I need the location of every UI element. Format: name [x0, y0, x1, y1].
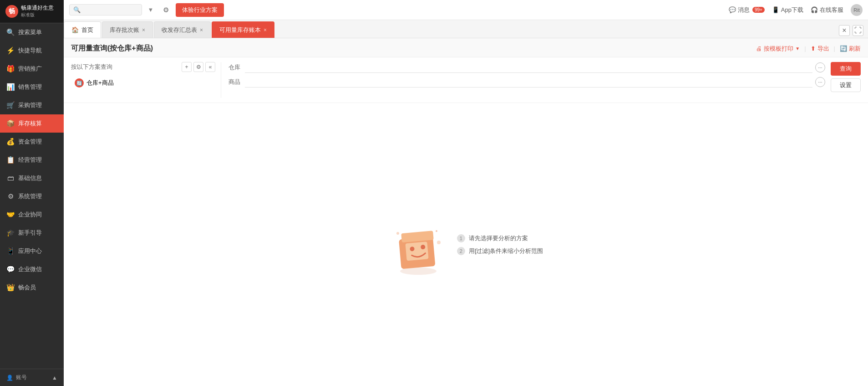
basic-icon: 🗃	[6, 174, 15, 182]
tab-receipt-summary[interactable]: 收发存汇总表 ×	[154, 21, 211, 38]
warehouse-more-btn[interactable]: ···	[815, 62, 825, 72]
goods-input[interactable]	[245, 77, 812, 87]
logo-icon: 畅	[5, 5, 18, 18]
phone-icon: 📱	[772, 6, 779, 13]
filter-scheme-actions: + ⚙ «	[182, 62, 215, 72]
sidebar-item-finance[interactable]: 💰 资金管理	[0, 133, 64, 151]
query-btn[interactable]: 查询	[831, 62, 861, 76]
header-actions: 🖨 按模板打印 ▼ | ⬆ 导出 | 🔄 刷新	[756, 45, 861, 53]
search-input[interactable]	[82, 7, 132, 13]
sidebar-item-label: 经营管理	[18, 156, 42, 164]
gear-btn[interactable]: ⚙	[159, 4, 172, 16]
user-menu[interactable]: Rit	[851, 4, 863, 16]
sidebar-item-search[interactable]: 🔍 搜索菜单	[0, 23, 64, 41]
sales-icon: 📊	[6, 83, 15, 91]
content-area: 可用量查询(按仓库+商品) 🖨 按模板打印 ▼ | ⬆ 导出 | 🔄 刷新	[64, 38, 868, 386]
add-scheme-btn[interactable]: +	[182, 62, 192, 72]
svg-point-6	[396, 232, 399, 235]
warehouse-label: 仓库	[228, 63, 242, 72]
service-btn[interactable]: 🎧 在线客服	[811, 6, 843, 14]
sidebar-item-marketing[interactable]: 🎁 营销推广	[0, 60, 64, 78]
empty-hints: 1 请先选择要分析的方案 2 用[过滤]条件来缩小分析范围	[457, 234, 543, 255]
app-download-btn[interactable]: 📱 App下载	[772, 6, 803, 14]
tab-close-receipt[interactable]: ×	[200, 27, 203, 33]
print-label: 按模板打印	[764, 45, 793, 53]
close-all-btn[interactable]: ×	[839, 25, 850, 36]
company-icon: 🤝	[6, 211, 15, 219]
refresh-btn[interactable]: 🔄 刷新	[840, 45, 861, 53]
sidebar-item-label: 销售管理	[18, 83, 42, 91]
topbar: 🔍 ▼ ⚙ 体验行业方案 💬 消息 99+ 📱 App下载 🎧 在线客服 R	[64, 0, 868, 20]
filter-field-warehouse: 仓库 ···	[228, 62, 825, 73]
topbar-right: 💬 消息 99+ 📱 App下载 🎧 在线客服 Rit	[729, 4, 863, 16]
collapse-scheme-btn[interactable]: «	[205, 62, 215, 72]
sidebar-item-operation[interactable]: 📋 经营管理	[0, 151, 64, 169]
expand-btn[interactable]: ⛶	[853, 25, 863, 36]
tab-batch-account[interactable]: 库存批次账 ×	[102, 21, 153, 38]
message-btn[interactable]: 💬 消息 99+	[729, 6, 765, 14]
sidebar-item-shortcut[interactable]: ⚡ 快捷导航	[0, 41, 64, 60]
sidebar-item-company[interactable]: 🤝 企业协同	[0, 206, 64, 224]
empty-svg	[389, 217, 448, 277]
sidebar-item-sales[interactable]: 📊 销售管理	[0, 78, 64, 96]
finance-icon: 💰	[6, 138, 15, 146]
sidebar-item-label: 搜索菜单	[18, 28, 42, 36]
empty-illustration	[389, 217, 443, 272]
tab-batch-label: 库存批次账	[110, 26, 139, 34]
scheme-icon: 🔄	[75, 78, 84, 87]
sidebar-item-wechat[interactable]: 💬 企业微信	[0, 260, 64, 278]
sidebar-item-label: 企业协同	[18, 211, 42, 219]
sidebar-item-system[interactable]: ⚙ 系统管理	[0, 187, 64, 206]
sidebar-item-label: 库存核算	[18, 119, 42, 128]
sidebar-item-appcenter[interactable]: 📱 应用中心	[0, 242, 64, 260]
tab-home[interactable]: 🏠 首页	[64, 21, 101, 38]
settings-btn[interactable]: 设置	[831, 78, 861, 92]
filter-area: 按以下方案查询 + ⚙ « 🔄 仓库+商品 仓库	[64, 57, 868, 103]
hint1-text: 请先选择要分析的方案	[469, 234, 528, 242]
wechat-icon: 💬	[6, 265, 15, 273]
newguide-icon: 🎓	[6, 229, 15, 237]
goods-more-btn[interactable]: ···	[815, 77, 825, 87]
appcenter-icon: 📱	[6, 247, 15, 255]
scheme-label: 仓库+商品	[86, 79, 114, 87]
hint2-text: 用[过滤]条件来缩小分析范围	[469, 247, 543, 255]
sidebar-item-member[interactable]: 👑 畅会员	[0, 278, 64, 297]
trial-btn[interactable]: 体验行业方案	[176, 3, 224, 17]
hint1-num: 1	[457, 234, 465, 242]
sidebar: 畅 畅康通好生意 标准版 🔍 搜索菜单 ⚡ 快捷导航 🎁 营销推广 📊 销售管理…	[0, 0, 64, 386]
svg-point-7	[437, 241, 441, 244]
sidebar-item-purchase[interactable]: 🛒 采购管理	[0, 96, 64, 114]
refresh-icon: 🔄	[840, 45, 847, 52]
headset-icon: 🎧	[811, 6, 818, 13]
export-btn[interactable]: ⬆ 导出	[811, 45, 829, 53]
tab-close-available[interactable]: ×	[264, 27, 267, 33]
print-dropdown-icon: ▼	[795, 46, 800, 51]
sidebar-bottom[interactable]: 👤 账号 ▲	[0, 369, 64, 386]
tab-close-batch[interactable]: ×	[142, 27, 145, 33]
filter-scheme-panel: 按以下方案查询 + ⚙ « 🔄 仓库+商品	[71, 62, 221, 98]
sidebar-item-label: 资金管理	[18, 138, 42, 146]
svg-rect-3	[405, 242, 428, 261]
sidebar-item-newguide[interactable]: 🎓 新手引导	[0, 224, 64, 242]
avatar-text: Rit	[853, 7, 859, 13]
sidebar-item-basic[interactable]: 🗃 基础信息	[0, 169, 64, 187]
sidebar-item-inventory[interactable]: 📦 库存核算	[0, 114, 64, 133]
topbar-search-box[interactable]: 🔍	[69, 4, 142, 15]
filter-row-goods: 商品 ···	[228, 77, 825, 87]
purchase-icon: 🛒	[6, 101, 15, 109]
scheme-warehouse-goods[interactable]: 🔄 仓库+商品	[71, 76, 215, 90]
dropdown-btn[interactable]: ▼	[146, 5, 156, 15]
empty-hint-1: 1 请先选择要分析的方案	[457, 234, 543, 242]
service-label: 在线客服	[820, 6, 843, 14]
sidebar-item-label: 应用中心	[18, 247, 42, 255]
hint2-num: 2	[457, 247, 465, 255]
filter-scheme-label: 按以下方案查询	[71, 63, 112, 71]
print-btn[interactable]: 🖨 按模板打印 ▼	[756, 45, 800, 53]
logo-name: 畅康通好生意	[21, 5, 54, 12]
manage-scheme-btn[interactable]: ⚙	[193, 62, 203, 72]
warehouse-input[interactable]	[245, 62, 812, 73]
search-icon: 🔍	[73, 6, 81, 13]
sidebar-scroll: 🔍 搜索菜单 ⚡ 快捷导航 🎁 营销推广 📊 销售管理 🛒 采购管理 📦 库存核…	[0, 23, 64, 369]
sidebar-item-label: 营销推广	[18, 65, 42, 73]
tab-available-ledger[interactable]: 可用量库存账本 ×	[212, 21, 274, 38]
